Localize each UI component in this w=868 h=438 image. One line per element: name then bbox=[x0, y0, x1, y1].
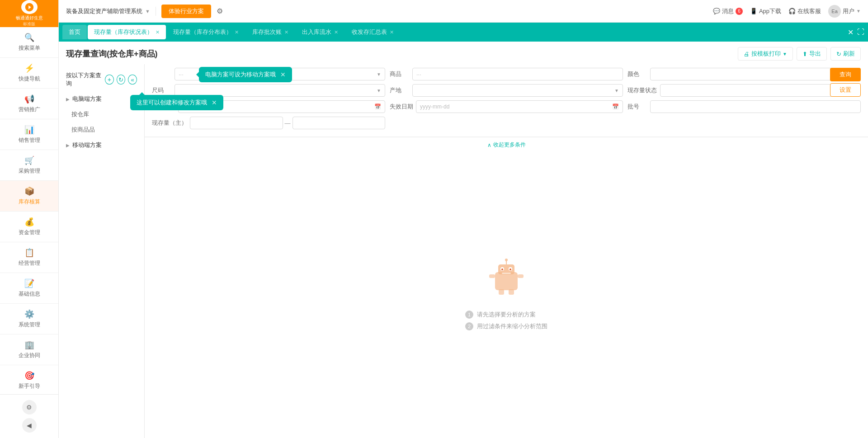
inv-main-max[interactable] bbox=[292, 117, 386, 129]
export-label: 导出 bbox=[809, 50, 821, 58]
sidebar-item-label: 经营管理 bbox=[19, 259, 40, 267]
tab-close-all-btn[interactable]: ✕ bbox=[848, 28, 854, 37]
refresh-scheme-btn[interactable]: ↻ bbox=[117, 75, 126, 85]
setting-btn[interactable]: 设置 bbox=[830, 83, 861, 97]
calendar-icon: 📅 bbox=[374, 104, 381, 110]
tab-inventory-status-close[interactable]: ✕ bbox=[156, 29, 160, 35]
user-btn[interactable]: Ea 用户 ▼ bbox=[828, 5, 861, 18]
empty-step-2: 2 用过滤条件来缩小分析范围 bbox=[465, 322, 547, 330]
bell-label: 消息 bbox=[722, 7, 734, 15]
step-1-num: 1 bbox=[465, 311, 473, 319]
sidebar-item-search-menu[interactable]: 🔍 搜索菜单 bbox=[0, 27, 58, 58]
filter-batch: 批号 bbox=[627, 100, 861, 113]
purchase-icon: 🛒 bbox=[24, 155, 34, 165]
sidebar-settings-btn[interactable]: ⚙ bbox=[22, 400, 37, 414]
sidebar-item-system[interactable]: ⚙️ 系统管理 bbox=[0, 304, 58, 334]
search-btn[interactable]: 查询 bbox=[830, 68, 861, 81]
export-btn[interactable]: ⬆ 导出 bbox=[797, 47, 827, 61]
filter-inv-status: 现存量状态 ▼ bbox=[627, 84, 861, 97]
scheme-mobile[interactable]: ▶ 移动端方案 bbox=[59, 137, 144, 153]
sidebar-item-operations[interactable]: 📋 经营管理 bbox=[0, 242, 58, 273]
tab-inout-flow-label: 出入库流水 bbox=[302, 28, 331, 36]
tab-fullscreen-btn[interactable]: ⛶ bbox=[857, 28, 864, 36]
sidebar-item-marketing[interactable]: 📢 营销推广 bbox=[0, 89, 58, 119]
sidebar-item-label: 基础信息 bbox=[19, 290, 40, 298]
svg-point-5 bbox=[509, 268, 511, 270]
system-icon: ⚙️ bbox=[24, 309, 34, 319]
svg-point-4 bbox=[501, 268, 503, 270]
bell-icon: 💬 bbox=[713, 8, 720, 14]
logo-sub: 标准版 bbox=[23, 21, 35, 27]
tab-receive-summary-label: 收发存汇总表 bbox=[352, 28, 387, 36]
empty-steps: 1 请先选择要分析的方案 2 用过滤条件来缩小分析范围 bbox=[465, 311, 547, 334]
tooltip-2-close[interactable]: ✕ bbox=[212, 99, 217, 106]
tab-inventory-status[interactable]: 现存量（库存状况表） ✕ bbox=[88, 25, 166, 39]
gear-btn[interactable]: ⚙ bbox=[217, 7, 223, 15]
marketing-icon: 📢 bbox=[24, 94, 34, 104]
tooltip-2-text: 这里可以创建和修改方案哦 bbox=[137, 99, 207, 107]
tab-receive-summary-close[interactable]: ✕ bbox=[390, 29, 394, 35]
inv-main-min[interactable] bbox=[190, 117, 283, 129]
header-right: 💬 消息 6 📱 App下载 🎧 在线客服 Ea 用户 ▼ bbox=[713, 5, 861, 18]
message-btn[interactable]: 💬 消息 6 bbox=[713, 7, 743, 15]
scheme-by-goods-label: 按商品品 bbox=[71, 126, 95, 134]
right-content: ··· ▼ 商品 ··· 颜色 bbox=[145, 64, 868, 438]
sidebar-item-enterprise[interactable]: 🏢 企业协同 bbox=[0, 334, 58, 365]
operations-icon: 📋 bbox=[24, 248, 34, 258]
collapse-label: 收起更多条件 bbox=[493, 141, 526, 149]
guide-icon: 🎯 bbox=[24, 371, 34, 381]
refresh-btn[interactable]: ↻ 刷新 bbox=[830, 47, 861, 61]
add-scheme-btn[interactable]: + bbox=[105, 75, 114, 85]
size-arr: ▼ bbox=[377, 88, 381, 93]
back-scheme-btn[interactable]: « bbox=[128, 75, 137, 85]
app-download-btn[interactable]: 📱 App下载 bbox=[750, 7, 781, 15]
sidebar-item-guide[interactable]: 🎯 新手引导 bbox=[0, 365, 58, 394]
sidebar-item-label: 企业协同 bbox=[19, 352, 40, 359]
sidebar-item-quick-nav[interactable]: ⚡ 快捷导航 bbox=[0, 58, 58, 89]
tab-inout-flow[interactable]: 出入库流水 ✕ bbox=[296, 25, 344, 39]
batch-input[interactable] bbox=[650, 100, 861, 113]
sidebar-item-inventory[interactable]: 📦 库存核算 bbox=[0, 181, 58, 212]
tab-batch-account-close[interactable]: ✕ bbox=[284, 29, 288, 35]
user-avatar: Ea bbox=[828, 5, 841, 18]
color-select[interactable]: ▼ bbox=[650, 68, 861, 80]
export-icon: ⬆ bbox=[802, 51, 807, 57]
sidebar-item-finance[interactable]: 💰 资金管理 bbox=[0, 212, 58, 242]
main-body: 按以下方案查询 + ↻ « ▶ 电脑端方案 按仓库 按商品品 ▶ bbox=[59, 64, 868, 438]
sidebar-collapse-btn[interactable]: ◀ bbox=[22, 418, 37, 433]
tab-inout-flow-close[interactable]: ✕ bbox=[334, 29, 338, 35]
inv-status-label: 现存量状态 bbox=[627, 86, 657, 94]
tab-home-label: 首页 bbox=[69, 28, 80, 36]
user-label: 用户 bbox=[843, 7, 854, 15]
tab-receive-summary[interactable]: 收发存汇总表 ✕ bbox=[345, 25, 400, 39]
svg-rect-7 bbox=[489, 274, 495, 278]
tab-inventory-dist-close[interactable]: ✕ bbox=[235, 29, 239, 35]
goods-select[interactable]: ··· bbox=[412, 68, 623, 80]
tab-home[interactable]: 首页 bbox=[62, 25, 87, 39]
refresh-label: 刷新 bbox=[843, 50, 855, 58]
print-btn[interactable]: 🖨 按模板打印 ▼ bbox=[738, 47, 793, 61]
sidebar-item-basic-info[interactable]: 📝 基础信息 bbox=[0, 273, 58, 304]
industry-btn[interactable]: 体验行业方案 bbox=[161, 5, 211, 18]
svg-rect-10 bbox=[509, 289, 514, 295]
online-support-btn[interactable]: 🎧 在线客服 bbox=[788, 7, 821, 15]
origin-select[interactable]: ▼ bbox=[412, 84, 623, 97]
sidebar-item-purchase[interactable]: 🛒 采购管理 bbox=[0, 150, 58, 181]
svg-point-12 bbox=[505, 259, 508, 261]
svg-rect-8 bbox=[518, 274, 524, 278]
filter-goods: 商品 ··· bbox=[390, 68, 623, 80]
tab-batch-account[interactable]: 库存批次账 ✕ bbox=[246, 25, 295, 39]
scheme-by-goods[interactable]: 按商品品 bbox=[59, 122, 144, 137]
filter-row-3: 生产日期 yyyy-mm-dd 📅 失效日期 yyyy-mm-dd 📅 bbox=[152, 100, 861, 113]
sidebar-nav: 🔍 搜索菜单 ⚡ 快捷导航 📢 营销推广 📊 销售管理 🛒 采购管理 📦 库存核… bbox=[0, 27, 58, 394]
collapse-btn[interactable]: ∧ 收起更多条件 bbox=[145, 137, 868, 152]
tooltip-1-close[interactable]: ✕ bbox=[280, 71, 286, 78]
page-actions: 🖨 按模板打印 ▼ ⬆ 导出 ↻ 刷新 bbox=[738, 47, 861, 61]
system-dropdown-icon: ▼ bbox=[145, 9, 150, 14]
sidebar-item-sales[interactable]: 📊 销售管理 bbox=[0, 119, 58, 150]
step-2-text: 用过滤条件来缩小分析范围 bbox=[477, 322, 547, 330]
tab-inventory-dist-label: 现存量（库存分布表） bbox=[173, 28, 232, 36]
sidebar-item-label: 快捷导航 bbox=[19, 75, 40, 83]
expire-date-input[interactable]: yyyy-mm-dd 📅 bbox=[416, 100, 623, 113]
tab-inventory-dist[interactable]: 现存量（库存分布表） ✕ bbox=[167, 25, 245, 39]
